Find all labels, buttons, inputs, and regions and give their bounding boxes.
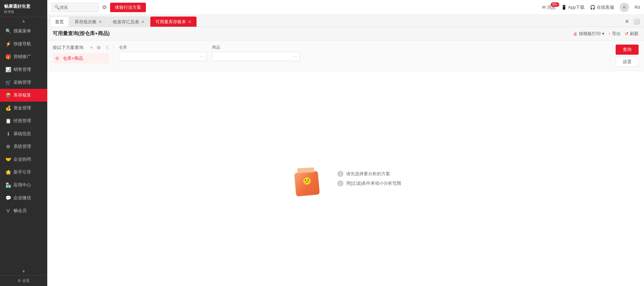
sidebar-item-wechat[interactable]: 💬 企业微信 xyxy=(0,191,47,204)
tab-close-1[interactable]: ✕ xyxy=(99,20,102,24)
print-btn[interactable]: 🖨 按模板打印 ▾ xyxy=(573,31,604,37)
export-btn[interactable]: ↑ 导出 xyxy=(609,31,621,37)
warehouse-more-btn[interactable]: ··· xyxy=(200,54,204,59)
goods-input[interactable] xyxy=(215,54,292,59)
empty-state: 1 请先选择要分析的方案 2 用[过滤]条件来缩小分析范围 xyxy=(47,71,644,286)
sidebar-item-sales[interactable]: 📊 销售管理 xyxy=(0,63,47,76)
sidebar-item-label-inventory: 库存核算 xyxy=(14,92,31,98)
sidebar-item-label-appstore: 应用中心 xyxy=(14,182,31,188)
sidebar-item-system[interactable]: ⚙ 系统管理 xyxy=(0,140,47,153)
warehouse-input-box[interactable]: ··· xyxy=(119,52,207,61)
sidebar-item-enterprise[interactable]: 🤝 企业协同 xyxy=(0,153,47,166)
collapse-scheme-btn[interactable]: 《 xyxy=(103,45,109,51)
goods-more-btn[interactable]: ··· xyxy=(293,54,297,59)
search-box[interactable]: 🔍 xyxy=(51,3,99,12)
print-icon: 🖨 xyxy=(573,31,577,36)
tab-0[interactable]: 首页 xyxy=(50,17,69,27)
member-icon: V xyxy=(5,208,11,213)
topbar-right: ✉ 消息 99+ 📱 App下载 🎧 在线客服 R Rit xyxy=(542,3,640,12)
export-label: 导出 xyxy=(612,31,621,37)
sidebar-item-member[interactable]: V 畅会员 xyxy=(0,204,47,217)
tab-label-3: 可用量库存账本 xyxy=(155,19,186,25)
settings-icon[interactable]: ⚙ xyxy=(101,3,108,12)
scheme-item-warehouse-goods[interactable]: ⊙ 仓库+商品 xyxy=(53,53,109,63)
sidebar: 畅康通好生意 标准版 ▲ 🔍 搜索菜单 ⚡ 快捷导航 🎁 营销推广 📊 销售管理… xyxy=(0,0,47,286)
sidebar-item-label-search: 搜索菜单 xyxy=(14,28,31,34)
sidebar-item-marketing[interactable]: 🎁 营销推广 xyxy=(0,50,47,63)
step-num-1: 1 xyxy=(337,171,343,177)
sidebar-item-label-capital: 资金管理 xyxy=(14,105,31,111)
system-icon: ⚙ xyxy=(5,144,11,149)
export-icon: ↑ xyxy=(609,31,611,36)
refresh-label: 刷新 xyxy=(630,31,639,37)
sidebar-item-search[interactable]: 🔍 搜索菜单 xyxy=(0,25,47,37)
sidebar-scroll-up[interactable]: ▲ xyxy=(0,17,47,25)
operation-icon: 📋 xyxy=(5,118,11,124)
tab-2[interactable]: 收发存汇总表✕ xyxy=(108,17,150,27)
tab-close-3[interactable]: ✕ xyxy=(188,20,191,24)
filter-actions: 查询 设置 xyxy=(610,45,639,67)
warehouse-label: 仓库 xyxy=(119,45,207,50)
sidebar-item-inventory[interactable]: 📦 库存核算 xyxy=(0,89,47,102)
tab-close-2[interactable]: ✕ xyxy=(141,20,145,24)
sidebar-item-label-system: 系统管理 xyxy=(14,144,31,150)
app-download-btn[interactable]: 📱 App下载 xyxy=(561,4,585,10)
username-label[interactable]: Rit xyxy=(635,5,640,10)
sidebar-item-newuser[interactable]: 🌟 新手引导 xyxy=(0,166,47,179)
sidebar-item-basic[interactable]: ℹ 基础信息 xyxy=(0,127,47,140)
trial-btn[interactable]: 体验行业方案 xyxy=(110,3,146,12)
search-input[interactable] xyxy=(60,5,94,10)
sidebar-item-quick[interactable]: ⚡ 快捷导航 xyxy=(0,37,47,50)
sidebar-item-label-purchase: 采购管理 xyxy=(14,79,31,85)
online-service-btn[interactable]: 🎧 在线客服 xyxy=(590,4,614,10)
messages-btn[interactable]: ✉ 消息 99+ xyxy=(542,4,556,10)
tab-1[interactable]: 库存批次账✕ xyxy=(70,17,107,27)
warehouse-input[interactable] xyxy=(122,54,199,59)
empty-box-graphic xyxy=(294,171,320,197)
sidebar-item-operation[interactable]: 📋 经营管理 xyxy=(0,114,47,127)
topbar: 🔍 ⚙ 体验行业方案 ✉ 消息 99+ 📱 App下载 🎧 在线客服 R xyxy=(47,0,644,15)
goods-filter-group: 商品 ··· xyxy=(212,45,300,61)
tab-label-2: 收发存汇总表 xyxy=(113,19,139,25)
enterprise-icon: 🤝 xyxy=(5,157,11,162)
filter-settings-btn[interactable]: 设置 xyxy=(616,57,639,67)
avatar[interactable]: R xyxy=(620,3,629,12)
goods-input-box[interactable]: ··· xyxy=(212,52,300,61)
add-scheme-btn[interactable]: ＋ xyxy=(88,45,95,51)
sidebar-item-label-sales: 销售管理 xyxy=(14,67,31,73)
search-icon: 🔍 xyxy=(54,5,60,10)
brand-sub: 标准版 xyxy=(4,9,43,14)
appstore-icon: 🏪 xyxy=(5,182,11,188)
refresh-btn[interactable]: ↺ 刷新 xyxy=(625,31,639,37)
sidebar-item-label-member: 畅会员 xyxy=(14,208,27,214)
sidebar-item-capital[interactable]: 💰 资金管理 xyxy=(0,102,47,114)
goods-label: 商品 xyxy=(212,45,300,50)
search-icon: 🔍 xyxy=(5,28,11,34)
page-title: 可用量查询(按仓库+商品) xyxy=(53,30,110,37)
filter-fields: 仓库 ··· 商品 ··· xyxy=(113,45,610,61)
step-num-2: 2 xyxy=(337,180,343,186)
maximize-btn[interactable]: ⬜ xyxy=(632,18,641,25)
filter-schemes-panel: 按以下方案查询 ＋ ⚙ 《 ⊙ 仓库+商品 xyxy=(53,45,113,65)
close-all-tabs-btn[interactable]: ✕ xyxy=(623,18,630,25)
sidebar-item-label-basic: 基础信息 xyxy=(14,131,31,137)
hint-1-text: 请先选择要分析的方案 xyxy=(346,171,390,177)
schemes-header: 按以下方案查询 ＋ ⚙ 《 xyxy=(53,45,109,51)
sidebar-item-purchase[interactable]: 🛒 采购管理 xyxy=(0,76,47,89)
sidebar-item-label-operation: 经营管理 xyxy=(14,118,31,124)
wechat-icon: 💬 xyxy=(5,195,11,201)
sidebar-scroll-down[interactable]: ▼ xyxy=(0,268,47,275)
message-badge: 99+ xyxy=(551,2,559,7)
sidebar-item-label-marketing: 营销推广 xyxy=(14,54,31,60)
tabbar-actions: ✕ ⬜ xyxy=(623,18,644,27)
marketing-icon: 🎁 xyxy=(5,54,11,59)
sidebar-item-label-quick: 快捷导航 xyxy=(14,41,31,47)
tab-3[interactable]: 可用量库存账本✕ xyxy=(150,17,197,27)
quick-icon: ⚡ xyxy=(5,41,11,47)
topbar-left: 🔍 ⚙ 体验行业方案 xyxy=(51,3,539,12)
settings-scheme-btn[interactable]: ⚙ xyxy=(96,45,102,51)
empty-hint-1: 1 请先选择要分析的方案 xyxy=(337,171,401,177)
query-btn[interactable]: 查询 xyxy=(616,45,639,55)
sales-icon: 📊 xyxy=(5,67,11,72)
sidebar-item-appstore[interactable]: 🏪 应用中心 xyxy=(0,179,47,191)
